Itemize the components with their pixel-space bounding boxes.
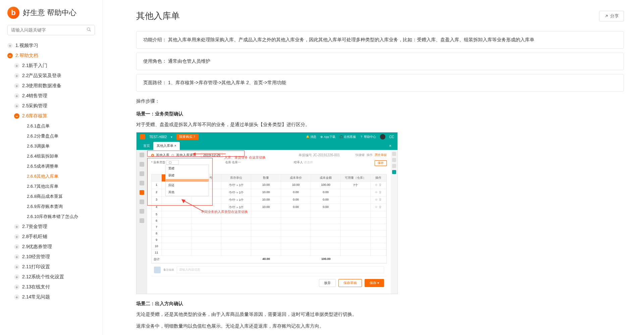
page-title: 其他入库单 <box>136 10 180 22</box>
nav-2-6-8[interactable]: 2.6.8商品成本重算 <box>7 191 95 202</box>
path-box: 页面路径：1、库存核算->库存管理->其他入库单 2、首页->常用功能 <box>136 74 624 92</box>
brand-logo-icon: b <box>7 7 19 19</box>
nav-2-7[interactable]: +2.7资金管理 <box>7 222 95 232</box>
role-text: 通常由仓管人员维护 <box>168 58 210 64</box>
brand-row: b 好生意 帮助中心 <box>7 7 95 19</box>
embedded-screenshot: TEST-H002 ▾ 我要购买？ 🔔 消息 ⊕ App下载 🎧 在线客服 ？ … <box>136 132 398 294</box>
nav-2-6-7[interactable]: 2.6.7其他出库单 <box>7 181 95 191</box>
ss-arrow-icon <box>192 152 226 156</box>
ss-tool-icon <box>392 170 396 174</box>
expand-icon[interactable]: + <box>7 43 13 48</box>
nav-2-8[interactable]: +2.8手机旺铺 <box>7 232 95 242</box>
role-box: 使用角色：通常由仓管人员维护 <box>136 53 624 70</box>
ss-annotation-text: 入库、退货业务 在这里切换 <box>224 155 266 160</box>
ss-tool-icon <box>392 152 396 156</box>
nav-2-5[interactable]: +2.5采购管理 <box>7 101 95 111</box>
ss-content: 其他入库 其他入库退库 2019-12-26 单据编号 JC-20191226-… <box>147 150 391 294</box>
steps-label: 操作步骤： <box>136 98 624 104</box>
ss-msg: 🔔 消息 <box>306 135 317 139</box>
expand-icon[interactable]: + <box>14 73 19 78</box>
intro-label: 功能介绍： <box>143 37 167 42</box>
nav-2-6-5[interactable]: 2.6.5成本调整单 <box>7 161 95 171</box>
nav-tree: +1.视频学习 −2.帮助文档 +2.1新手入门 +2.2产品安装及登录 +2.… <box>7 41 95 302</box>
nav-2-2[interactable]: +2.2产品安装及登录 <box>7 71 95 81</box>
role-label: 使用角色： <box>143 58 167 64</box>
nav-2-12[interactable]: +2.12系统个性化设置 <box>7 272 95 282</box>
share-button[interactable]: 分享 <box>599 11 624 21</box>
collapse-icon[interactable]: − <box>14 113 19 119</box>
expand-icon[interactable]: + <box>14 284 19 290</box>
ss-save-btn: 保存 ▾ <box>365 279 384 287</box>
search-icon[interactable] <box>87 27 91 33</box>
ss-rail-icon <box>140 181 144 185</box>
path-label: 页面路径： <box>143 80 167 85</box>
nav-2-6-1[interactable]: 2.6.1盘点单 <box>7 121 95 131</box>
ss-tool-icon <box>392 158 396 162</box>
expand-icon[interactable]: + <box>14 294 19 300</box>
nav-2-6[interactable]: −2.6库存核算 <box>7 111 95 121</box>
svg-point-0 <box>87 28 90 31</box>
expand-icon[interactable]: + <box>14 244 19 249</box>
collapse-icon[interactable]: − <box>7 53 13 58</box>
nav-2-6-2[interactable]: 2.6.2分量盘点单 <box>7 131 95 141</box>
svg-marker-3 <box>192 153 196 155</box>
ss-cancel-btn: 放弃 <box>319 279 336 287</box>
nav-2-6-3[interactable]: 2.6.3调拨单 <box>7 141 95 151</box>
ss-remark: 备注信息 请输入内容信息 <box>151 263 387 276</box>
scene2-text1: 无论是受赠，还是其他类型的业务，由于入库商品质量等原因，需要退回，这时可通过单据… <box>136 310 624 319</box>
brand-title: 好生意 帮助中心 <box>23 8 76 18</box>
nav-2-3[interactable]: +2.3使用前数据准备 <box>7 81 95 91</box>
nav-2-6-6[interactable]: 2.6.6其他入库单 <box>7 171 95 181</box>
scene1-title: 场景一：业务类型确认 <box>136 111 624 117</box>
expand-icon[interactable]: + <box>14 63 19 68</box>
nav-2-9[interactable]: +2.9优惠券管理 <box>7 242 95 252</box>
ss-right-tools <box>391 150 397 294</box>
ss-rail-icon-active <box>140 190 144 195</box>
nav-2-13[interactable]: +2.13在线支付 <box>7 282 95 292</box>
expand-icon[interactable]: + <box>14 234 19 239</box>
expand-icon[interactable]: + <box>14 224 19 229</box>
ss-rail-icon <box>140 200 144 204</box>
ss-footer: 放弃 保存草稿 保存 ▾ <box>151 276 387 290</box>
nav-2-11[interactable]: +2.11打印设置 <box>7 262 95 272</box>
nav-video[interactable]: +1.视频学习 <box>7 41 95 51</box>
ss-brand-icon <box>140 134 145 139</box>
ss-user: CC <box>389 135 394 139</box>
ss-rail-icon <box>140 162 144 167</box>
expand-icon[interactable]: + <box>14 103 19 109</box>
nav-2-10[interactable]: +2.10经营管理 <box>7 252 95 262</box>
search-box[interactable] <box>7 25 95 35</box>
ss-cs: 🎧 在线客服 <box>339 135 356 139</box>
nav-2-1[interactable]: +2.1新手入门 <box>7 61 95 71</box>
expand-icon[interactable]: + <box>14 254 19 260</box>
expand-icon[interactable]: + <box>14 264 19 270</box>
ss-toolbar-tags: 快捷键操作历史单据 <box>356 153 387 157</box>
expand-icon[interactable]: + <box>14 274 19 280</box>
search-input[interactable] <box>11 27 87 33</box>
ss-help: ？ 帮助中心 <box>360 135 376 139</box>
ss-top-header: TEST-H002 ▾ 我要购买？ 🔔 消息 ⊕ App下载 🎧 在线客服 ？ … <box>137 132 397 141</box>
nav-2-6-9[interactable]: 2.6.9库存账本查询 <box>7 202 95 212</box>
path-text: 1、库存核算->库存管理->其他入库单 2、首页->常用功能 <box>168 80 286 85</box>
ss-app: ⊕ App下载 <box>320 135 335 139</box>
intro-box: 功能介绍：其他入库单用来处理除采购入库、产成品入库之外的其他入库业务，因此其他入… <box>136 31 624 49</box>
expand-icon[interactable]: + <box>14 83 19 89</box>
scene2-title: 场景二：出入方向确认 <box>136 301 624 307</box>
nav-2-14[interactable]: +2.14常见问题 <box>7 292 95 302</box>
expand-icon[interactable]: + <box>14 93 19 99</box>
nav-2-6-10[interactable]: 2.6.10库存账本错了怎么办 <box>7 212 95 222</box>
nav-docs[interactable]: −2.帮助文档 <box>7 51 95 61</box>
svg-line-1 <box>90 30 91 32</box>
ss-tabs: 首页 其他入库单 × × <box>137 141 397 150</box>
ss-rail-icon <box>140 209 144 214</box>
ss-tool-icon <box>392 164 396 168</box>
ss-remark-icon <box>154 267 161 273</box>
nav-2-4[interactable]: +2.4销售管理 <box>7 91 95 101</box>
nav-2-6-4[interactable]: 2.6.4组装拆卸单 <box>7 151 95 161</box>
scene1-text: 对于受赠、盘盈或是拆装入库等不同的业务，是通过单据头【业务类型】进行区分。 <box>136 120 624 129</box>
ss-tab-home: 首页 <box>140 142 153 150</box>
ss-avatar-icon <box>380 134 385 139</box>
sidebar: b 好生意 帮助中心 +1.视频学习 −2.帮助文档 +2.1新手入门 +2.2… <box>0 0 103 335</box>
ss-left-rail <box>137 150 147 294</box>
ss-rail-icon <box>140 153 144 157</box>
